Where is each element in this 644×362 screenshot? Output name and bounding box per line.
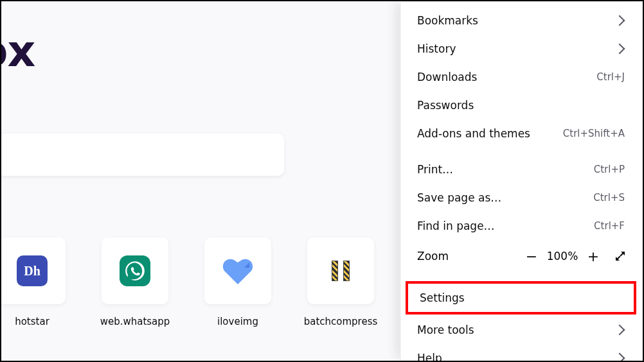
menu-label: Find in page…	[417, 220, 495, 232]
zoom-out-button[interactable]: −	[522, 246, 541, 266]
menu-label: Settings	[420, 291, 465, 304]
chevron-right-icon	[614, 44, 625, 55]
menu-addons[interactable]: Add-ons and themes Ctrl+Shift+A	[400, 119, 641, 148]
shortcut-whatsapp[interactable]: web.whatsapp	[102, 237, 168, 327]
menu-bookmarks[interactable]: Bookmarks	[400, 6, 641, 35]
whatsapp-icon	[102, 237, 168, 304]
search-input[interactable]	[1, 134, 284, 176]
menu-label: Downloads	[417, 71, 477, 83]
shortcut-hint: Ctrl+F	[594, 220, 625, 232]
app-menu-panel: Bookmarks History Downloads Ctrl+J Passw…	[400, 3, 641, 359]
shortcut-hint: Ctrl+S	[593, 192, 625, 203]
shortcut-hint: Ctrl+J	[596, 71, 625, 83]
shortcut-hint: Ctrl+Shift+A	[563, 128, 625, 139]
new-tab-main: efox Dh hotstar web.whatsapp iloveimg ba…	[1, 1, 398, 361]
chevron-right-icon	[614, 325, 625, 336]
shortcut-hint: Ctrl+P	[594, 164, 625, 175]
shortcut-label: web.whatsapp	[100, 316, 170, 327]
batch-icon	[307, 237, 374, 304]
chevron-right-icon	[614, 353, 625, 362]
zoom-in-button[interactable]: +	[584, 246, 603, 266]
menu-label: Zoom	[417, 250, 449, 263]
fullscreen-button[interactable]	[611, 246, 630, 266]
shortcut-label: hotstar	[15, 316, 49, 327]
menu-downloads[interactable]: Downloads Ctrl+J	[400, 63, 641, 91]
menu-label: Help	[417, 352, 442, 362]
shortcut-label: iloveimg	[217, 316, 258, 327]
menu-label: Print…	[417, 163, 453, 176]
menu-help[interactable]: Help	[400, 344, 641, 362]
menu-label: Passwords	[417, 99, 474, 112]
menu-history[interactable]: History	[400, 35, 641, 63]
shortcut-hotstar[interactable]: Dh hotstar	[1, 237, 66, 327]
menu-label: Save page as…	[417, 191, 501, 204]
brand-wordmark: efox	[1, 26, 35, 76]
shortcut-label: batchcompress	[304, 316, 378, 327]
heart-icon	[204, 237, 271, 304]
hotstar-icon: Dh	[1, 237, 66, 304]
menu-find[interactable]: Find in page… Ctrl+F	[400, 212, 641, 240]
menu-label: More tools	[417, 323, 474, 336]
menu-print[interactable]: Print… Ctrl+P	[400, 155, 641, 184]
chevron-right-icon	[614, 15, 625, 26]
menu-label: Bookmarks	[417, 14, 478, 27]
zoom-value: 100%	[546, 250, 578, 263]
shortcut-iloveimg[interactable]: iloveimg	[204, 237, 271, 327]
top-sites-row: Dh hotstar web.whatsapp iloveimg batchco…	[1, 237, 374, 327]
menu-more-tools[interactable]: More tools	[400, 316, 641, 344]
menu-settings[interactable]: Settings	[406, 281, 636, 315]
menu-label: Add-ons and themes	[417, 127, 530, 140]
fullscreen-icon	[614, 250, 626, 262]
menu-zoom: Zoom − 100% +	[400, 240, 641, 272]
menu-passwords[interactable]: Passwords	[400, 91, 641, 119]
menu-label: History	[417, 42, 456, 55]
menu-save-as[interactable]: Save page as… Ctrl+S	[400, 184, 641, 212]
shortcut-batchcompress[interactable]: batchcompress	[307, 237, 374, 327]
